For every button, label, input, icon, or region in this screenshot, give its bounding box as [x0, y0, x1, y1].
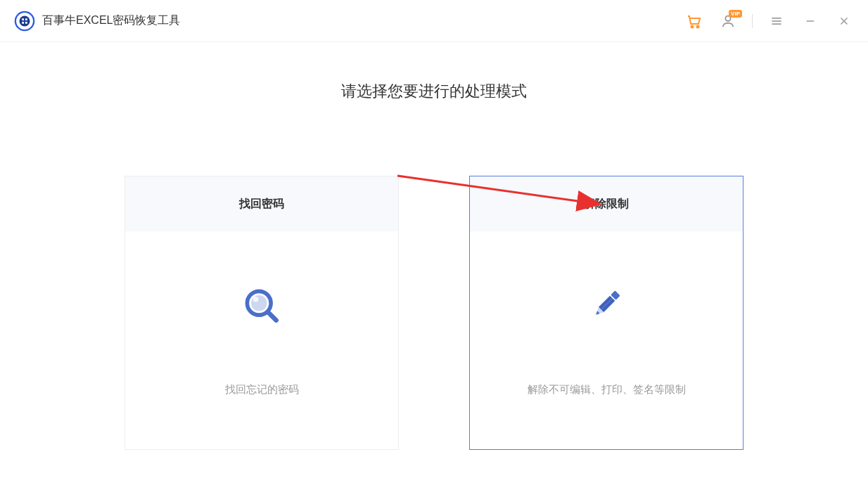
card-recover-body: 找回忘记的密码 [125, 231, 398, 449]
title-bar: 百事牛EXCEL密码恢复工具 VIP [0, 0, 868, 42]
cart-icon[interactable] [684, 11, 704, 31]
svg-rect-5 [25, 21, 27, 23]
page-heading: 请选择您要进行的处理模式 [0, 81, 868, 102]
svg-rect-2 [22, 18, 24, 20]
card-unlock-body: 解除不可编辑、打印、签名等限制 [470, 231, 743, 449]
card-recover-password[interactable]: 找回密码 找回忘记的密码 [125, 176, 399, 450]
divider [752, 14, 753, 28]
card-recover-desc: 找回忘记的密码 [225, 383, 299, 396]
title-left: 百事牛EXCEL密码恢复工具 [14, 11, 180, 32]
svg-point-6 [691, 25, 694, 27]
card-unlock-title: 解除限制 [470, 176, 743, 231]
minimize-icon[interactable] [800, 11, 820, 31]
menu-icon[interactable] [767, 11, 786, 31]
pencil-icon [585, 285, 627, 327]
user-icon[interactable]: VIP [718, 11, 738, 31]
main-content: 请选择您要进行的处理模式 找回密码 找回忘记的密码 解除限制 [0, 42, 868, 450]
app-title: 百事牛EXCEL密码恢复工具 [42, 13, 180, 28]
svg-point-16 [251, 295, 267, 311]
close-icon[interactable] [834, 11, 854, 31]
svg-rect-3 [25, 18, 27, 20]
svg-point-17 [253, 296, 259, 302]
svg-line-18 [268, 312, 276, 320]
card-remove-restriction[interactable]: 解除限制 解除不可编辑、打印、签名等限制 [469, 176, 743, 450]
svg-point-7 [697, 25, 699, 27]
svg-rect-4 [22, 21, 24, 23]
card-unlock-desc: 解除不可编辑、打印、签名等限制 [528, 383, 686, 396]
app-logo-icon [14, 11, 35, 32]
card-recover-title: 找回密码 [125, 176, 398, 231]
mode-cards: 找回密码 找回忘记的密码 解除限制 [0, 176, 868, 450]
title-right: VIP [684, 11, 854, 31]
magnifier-icon [241, 285, 283, 327]
user-vip-badge: VIP [729, 10, 742, 18]
svg-point-1 [20, 15, 30, 26]
